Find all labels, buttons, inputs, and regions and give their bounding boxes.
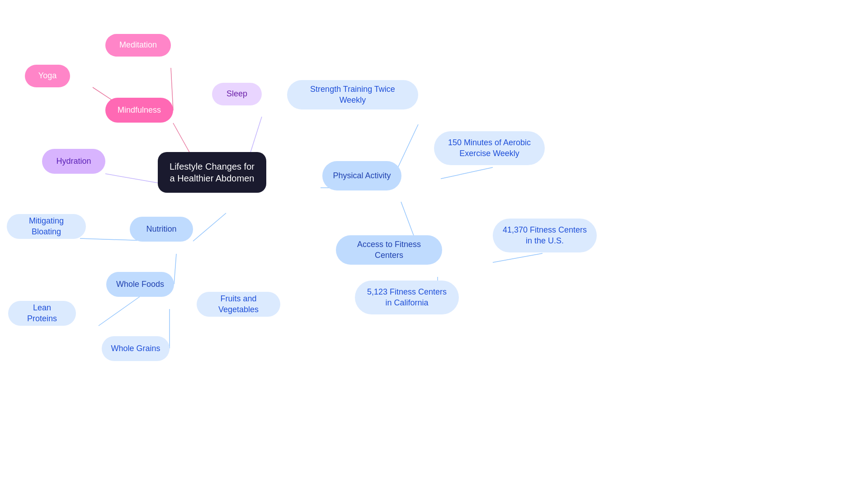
whole-foods-node: Whole Foods — [106, 272, 174, 297]
mindfulness-node: Mindfulness — [105, 98, 173, 123]
strength-training-node: Strength Training Twice Weekly — [287, 80, 418, 109]
svg-line-15 — [493, 253, 542, 262]
fitness-centers-us-node: 41,370 Fitness Centers in the U.S. — [493, 219, 597, 252]
center-node: Lifestyle Changes for a Healthier Abdome… — [158, 152, 266, 193]
mind-map: Lifestyle Changes for a Healthier Abdome… — [0, 0, 868, 490]
svg-line-5 — [193, 213, 226, 241]
svg-line-13 — [441, 167, 493, 179]
physical-activity-node: Physical Activity — [322, 161, 401, 190]
fruits-vegetables-node: Fruits and Vegetables — [197, 292, 280, 317]
aerobic-exercise-node: 150 Minutes of Aerobic Exercise Weekly — [434, 131, 545, 165]
svg-line-8 — [99, 296, 140, 326]
yoga-node: Yoga — [25, 65, 70, 87]
lean-proteins-node: Lean Proteins — [8, 301, 76, 326]
whole-grains-node: Whole Grains — [102, 336, 170, 361]
sleep-node: Sleep — [212, 83, 262, 105]
svg-line-12 — [396, 124, 418, 172]
nutrition-node: Nutrition — [130, 217, 193, 242]
hydration-node: Hydration — [42, 149, 105, 174]
meditation-node: Meditation — [105, 34, 171, 57]
access-fitness-node: Access to Fitness Centers — [336, 235, 442, 265]
svg-line-7 — [174, 254, 176, 284]
mitigating-bloating-node: Mitigating Bloating — [7, 214, 86, 239]
fitness-centers-ca-node: 5,123 Fitness Centers in California — [355, 281, 459, 314]
